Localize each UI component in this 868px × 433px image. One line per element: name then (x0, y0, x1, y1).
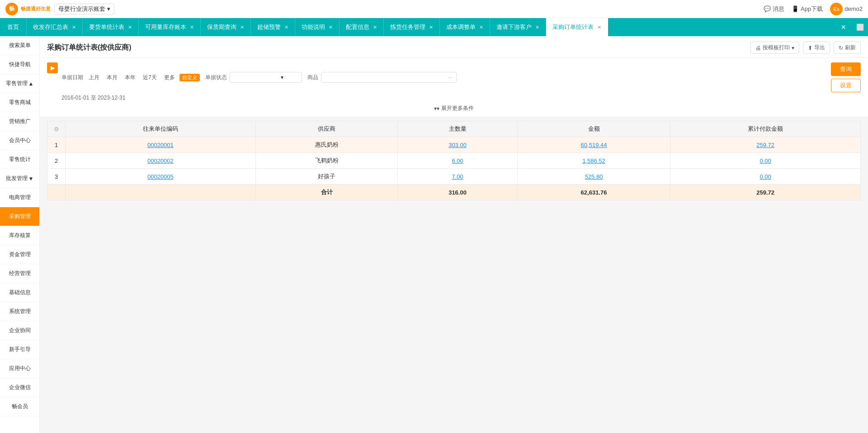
tab-gongneng-close-icon[interactable]: ✕ (329, 24, 333, 30)
shortcut-more[interactable]: 更多 (161, 73, 178, 82)
goods-input[interactable]: ··· (321, 72, 457, 83)
sidebar-item-marketing[interactable]: 营销推广 (0, 112, 39, 131)
row-paid[interactable]: 259.72 (670, 137, 861, 153)
tab-yaoqing[interactable]: 邀请下游客户 ✕ (490, 18, 546, 36)
tab-gongneng[interactable]: 功能说明 ✕ (295, 18, 340, 36)
col-setting: ⚙ (47, 121, 66, 137)
row-no: 3 (47, 169, 66, 185)
tab-pihuo[interactable]: 拣货任务管理 ✕ (384, 18, 440, 36)
tab-shoufacun-close-icon[interactable]: ✕ (72, 24, 76, 30)
sidebar-item-basic[interactable]: 基础信息 (0, 283, 39, 302)
tab-home-label: 首页 (7, 23, 19, 31)
col-qty: 主数量 (398, 121, 518, 137)
sidebar-item-retail-shop[interactable]: 零售商城 (0, 93, 39, 112)
tab-yaohuo-label: 要货单统计表 (89, 23, 124, 31)
sidebar-item-system[interactable]: 系统管理 (0, 302, 39, 321)
user-area[interactable]: Ea demo2 (830, 3, 863, 15)
shortcut-this-month[interactable]: 本月 (104, 73, 120, 82)
tab-peizhi-close-icon[interactable]: ✕ (373, 24, 377, 30)
row-code[interactable]: 00020002 (66, 153, 256, 169)
sidebar-item-ecommerce[interactable]: 电商管理 (0, 188, 39, 207)
sidebar-item-purchase-label: 采购管理 (9, 213, 31, 219)
sidebar-item-enterprise[interactable]: 企业协同 (0, 321, 39, 340)
row-no: 1 (47, 137, 66, 153)
top-bar: 畅 畅捷通好生意 母婴行业演示账套 ▾ 💬 消息 📱 App下载 Ea demo… (0, 0, 868, 18)
sidebar-item-quick[interactable]: 快捷导航 (0, 55, 39, 74)
tab-yaohuo[interactable]: 要货单统计表 ✕ (83, 18, 139, 36)
refresh-button[interactable]: ↻ 刷新 (834, 42, 861, 54)
maximize-button[interactable]: ⬜ (852, 18, 868, 36)
tab-peizhi[interactable]: 配置信息 ✕ (340, 18, 384, 36)
tab-caigou[interactable]: 采购订单统计表 ✕ (546, 18, 608, 36)
tab-shoufacun[interactable]: 收发存汇总表 ✕ (27, 18, 83, 36)
template-print-button[interactable]: 🖨 按模板打印 ▾ (750, 42, 799, 54)
sidebar-item-vip[interactable]: 畅会员 (0, 397, 39, 416)
close-window-button[interactable]: ✕ (835, 18, 852, 36)
column-settings-icon[interactable]: ⚙ (54, 126, 59, 133)
sidebar-item-finance[interactable]: 资金管理 (0, 245, 39, 264)
row-amount[interactable]: 525.80 (517, 169, 670, 185)
tab-baozhiqi[interactable]: 保质期查询 ✕ (201, 18, 251, 36)
sidebar-item-newguide[interactable]: 新手引导 (0, 340, 39, 359)
wholesale-arrow-icon: ▼ (28, 176, 34, 182)
retail-arrow-icon: ▲ (28, 81, 34, 87)
shortcut-this-year[interactable]: 本年 (122, 73, 138, 82)
custom-date-badge[interactable]: 自定义 (179, 74, 200, 81)
row-code[interactable]: 00020001 (66, 137, 256, 153)
row-amount[interactable]: 1,586.52 (517, 153, 670, 169)
tab-chengben-close-icon[interactable]: ✕ (479, 24, 483, 30)
sidebar-item-basic-label: 基础信息 (9, 289, 31, 295)
toggle-filter-button[interactable]: ▶ (47, 62, 58, 73)
sidebar-item-wholesale-label: 批发管理 (6, 175, 28, 182)
tab-keyong[interactable]: 可用量库存账本 ✕ (139, 18, 201, 36)
export-icon: ⬆ (808, 45, 812, 51)
row-code[interactable]: 00020005 (66, 169, 256, 185)
status-label: 单据状态 (205, 74, 227, 81)
sidebar-item-purchase[interactable]: 采购管理 (0, 207, 39, 226)
row-supplier: 惠氏奶粉 (255, 137, 398, 153)
message-button[interactable]: 💬 消息 (764, 5, 784, 13)
row-paid[interactable]: 0.00 (670, 169, 861, 185)
sidebar-item-retail-stat[interactable]: 零售统计 (0, 150, 39, 169)
sidebar-item-search[interactable]: 搜索菜单 (0, 36, 39, 55)
template-chevron-icon: ▾ (792, 45, 794, 51)
more-icon: ··· (448, 74, 453, 81)
tab-yaoqing-close-icon[interactable]: ✕ (535, 24, 539, 30)
tab-baozhiqi-close-icon[interactable]: ✕ (240, 24, 244, 30)
page-header: 采购订单统计表(按供应商) 🖨 按模板打印 ▾ ⬆ 导出 ↻ 刷新 (40, 36, 868, 58)
sidebar-item-member[interactable]: 会员中心 (0, 131, 39, 150)
shortcut-7days[interactable]: 近7天 (140, 73, 160, 82)
tab-yaohuo-close-icon[interactable]: ✕ (128, 24, 132, 30)
app-download-button[interactable]: 📱 App下载 (792, 5, 823, 13)
row-amount[interactable]: 60,519.44 (517, 137, 670, 153)
sidebar-item-wholesale[interactable]: 批发管理 ▼ (0, 169, 39, 188)
row-qty[interactable]: 7.00 (398, 169, 518, 185)
tab-chengben[interactable]: 成本调整单 ✕ (440, 18, 490, 36)
logo-area: 畅 畅捷通好生意 (5, 3, 51, 15)
page-header-actions: 🖨 按模板打印 ▾ ⬆ 导出 ↻ 刷新 (750, 42, 861, 54)
row-qty[interactable]: 6.00 (398, 153, 518, 169)
sidebar-item-operations[interactable]: 经营管理 (0, 264, 39, 283)
col-amount: 金额 (517, 121, 670, 137)
sidebar-item-inventory[interactable]: 库存核算 (0, 226, 39, 245)
tab-keyong-close-icon[interactable]: ✕ (190, 24, 194, 30)
tab-home[interactable]: 首页 (0, 18, 27, 36)
export-button[interactable]: ⬆ 导出 (803, 42, 830, 54)
row-paid[interactable]: 0.00 (670, 153, 861, 169)
sidebar-item-wechat[interactable]: 企业微信 (0, 378, 39, 397)
shortcut-last-month[interactable]: 上月 (86, 73, 102, 82)
sidebar-item-appcenter[interactable]: 应用中心 (0, 359, 39, 378)
sidebar-item-vip-label: 畅会员 (12, 403, 28, 409)
tab-pihuo-close-icon[interactable]: ✕ (429, 24, 433, 30)
sidebar-item-retail[interactable]: 零售管理 ▲ (0, 74, 39, 93)
status-select[interactable]: ▾ (230, 72, 302, 83)
row-qty[interactable]: 303.00 (398, 137, 518, 153)
workspace-selector[interactable]: 母婴行业演示账套 ▾ (54, 4, 114, 14)
tab-chaochuyujing[interactable]: 超储预警 ✕ (251, 18, 295, 36)
query-button[interactable]: 查询 (831, 62, 861, 76)
settings-button[interactable]: 设置 (831, 79, 861, 92)
expand-conditions-button[interactable]: ▾▾ 展开更多条件 (434, 105, 474, 112)
tab-chaochuyujing-close-icon[interactable]: ✕ (284, 24, 288, 30)
tab-caigou-close-icon[interactable]: ✕ (597, 24, 601, 30)
refresh-label: 刷新 (845, 44, 856, 52)
